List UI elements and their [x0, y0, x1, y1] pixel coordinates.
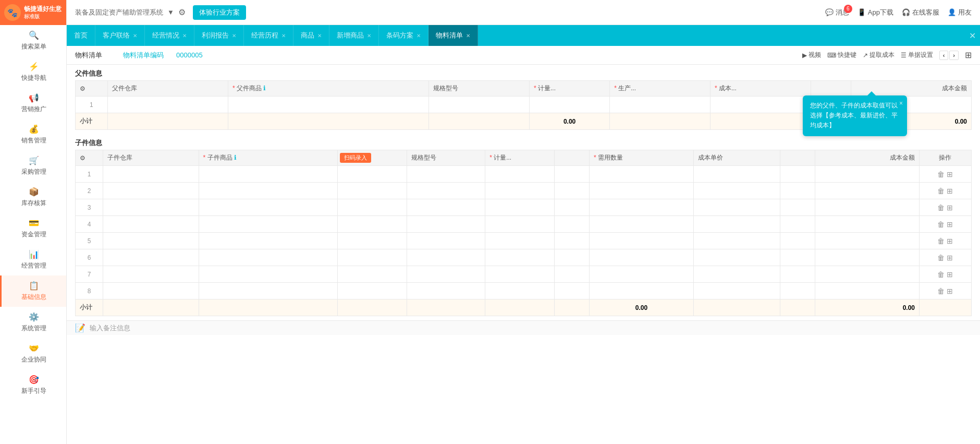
message-btn[interactable]: 💬 6 消息 [825, 8, 849, 17]
scan-input-btn[interactable]: 扫码录入 [340, 153, 371, 163]
child-goods-cell[interactable] [199, 216, 338, 233]
child-spec-cell[interactable] [407, 216, 485, 233]
child-warehouse-cell[interactable] [103, 266, 199, 283]
child-unit-price-cell[interactable] [693, 166, 780, 183]
delete-icon[interactable]: 🗑 [937, 170, 945, 178]
tab-close-icon[interactable]: ✕ [133, 33, 137, 39]
hint-text[interactable]: 输入备注信息 [90, 323, 130, 333]
child-unit-cell[interactable] [485, 249, 555, 266]
tab-history[interactable]: 经营历程 ✕ [244, 25, 293, 46]
tab-close-icon[interactable]: ✕ [416, 33, 421, 39]
child-warehouse-cell[interactable] [103, 183, 199, 199]
grid-view-icon[interactable]: ⊞ [965, 50, 972, 60]
sidebar-item-search[interactable]: 🔍 搜索菜单 [0, 25, 66, 56]
parent-cost-cell[interactable] [710, 97, 811, 113]
child-unit-price-cell[interactable] [693, 216, 780, 233]
copy-icon[interactable]: ⊞ [947, 287, 953, 295]
child-unit-price-cell[interactable] [693, 233, 780, 249]
delete-icon[interactable]: 🗑 [937, 287, 945, 295]
tab-new-goods[interactable]: 新增商品 ✕ [329, 25, 379, 46]
child-warehouse-cell[interactable] [103, 216, 199, 233]
child-unit-price-cell[interactable] [693, 249, 780, 266]
close-all-tabs-btn[interactable]: ✕ [965, 31, 980, 41]
child-goods-cell[interactable] [199, 283, 338, 299]
child-spec-cell[interactable] [407, 249, 485, 266]
child-spec-cell[interactable] [407, 266, 485, 283]
tab-close-icon[interactable]: ✕ [232, 33, 236, 39]
child-spec-cell[interactable] [407, 283, 485, 299]
child-goods-cell[interactable] [199, 233, 338, 249]
child-unit-cell[interactable] [485, 183, 555, 199]
child-goods-cell[interactable] [199, 183, 338, 199]
tab-profit[interactable]: 利润报告 ✕ [194, 25, 244, 46]
delete-icon[interactable]: 🗑 [937, 254, 945, 262]
child-spec-cell[interactable] [407, 166, 485, 183]
copy-icon[interactable]: ⊞ [947, 203, 953, 212]
tooltip-close-btn[interactable]: × [899, 99, 903, 109]
tab-customer[interactable]: 客户联络 ✕ [95, 25, 145, 46]
parent-warehouse-cell[interactable] [107, 97, 228, 113]
breadcrumb-parent[interactable]: 物料清单 [75, 51, 102, 60]
child-unit-cell[interactable] [485, 216, 555, 233]
child-qty-cell[interactable] [590, 249, 694, 266]
tab-home[interactable]: 首页 [67, 25, 95, 46]
sidebar-item-system[interactable]: ⚙️ 系统管理 [0, 307, 66, 338]
child-qty-cell[interactable] [590, 216, 694, 233]
child-warehouse-cell[interactable] [103, 166, 199, 183]
child-unit-price-cell[interactable] [693, 266, 780, 283]
child-unit-cell[interactable] [485, 199, 555, 216]
child-spec-cell[interactable] [407, 199, 485, 216]
delete-icon[interactable]: 🗑 [937, 237, 945, 245]
child-qty-cell[interactable] [590, 166, 694, 183]
sidebar-item-inventory[interactable]: 📦 库存核算 [0, 182, 66, 213]
child-warehouse-cell[interactable] [103, 283, 199, 299]
child-spec-cell[interactable] [407, 183, 485, 199]
child-qty-cell[interactable] [590, 183, 694, 199]
sidebar-item-quick-nav[interactable]: ⚡ 快捷导航 [0, 56, 66, 88]
next-arrow[interactable]: › [949, 51, 959, 60]
online-service-btn[interactable]: 🎧 在线客服 [902, 8, 939, 17]
parent-spec-cell[interactable] [429, 97, 530, 113]
child-goods-cell[interactable] [199, 266, 338, 283]
child-unit-cell[interactable] [485, 166, 555, 183]
child-unit-cell[interactable] [485, 266, 555, 283]
tab-bom[interactable]: 物料清单 ✕ [428, 25, 478, 46]
child-warehouse-cell[interactable] [103, 233, 199, 249]
child-unit-price-cell[interactable] [693, 283, 780, 299]
extract-cost-action[interactable]: ↗ 提取成本 [863, 51, 895, 59]
child-warehouse-cell[interactable] [103, 249, 199, 266]
parent-unit-cell[interactable] [530, 97, 610, 113]
copy-icon[interactable]: ⊞ [947, 220, 953, 229]
tab-close-icon[interactable]: ✕ [367, 33, 371, 39]
child-warehouse-cell[interactable] [103, 199, 199, 216]
delete-icon[interactable]: 🗑 [937, 203, 945, 212]
experience-button[interactable]: 体验行业方案 [193, 5, 246, 20]
shortcut-action[interactable]: ⌨ 快捷键 [827, 51, 856, 59]
child-qty-cell[interactable] [590, 283, 694, 299]
sidebar-item-marketing[interactable]: 📢 营销推广 [0, 88, 66, 119]
tab-goods[interactable]: 商品 ✕ [293, 25, 329, 46]
bill-settings-action[interactable]: ☰ 单据设置 [901, 51, 933, 59]
copy-icon[interactable]: ⊞ [947, 270, 953, 279]
tab-close-icon[interactable]: ✕ [317, 33, 322, 39]
sidebar-item-finance[interactable]: 💳 资金管理 [0, 213, 66, 244]
settings-icon[interactable]: ⚙ [178, 7, 189, 18]
view-action[interactable]: ▶ 视频 [802, 51, 821, 59]
sidebar-item-operations[interactable]: 📊 经营管理 [0, 244, 66, 275]
child-qty-cell[interactable] [590, 233, 694, 249]
copy-icon[interactable]: ⊞ [947, 237, 953, 245]
user-btn[interactable]: 👤 用友 [948, 8, 972, 17]
child-goods-cell[interactable] [199, 166, 338, 183]
child-unit-cell[interactable] [485, 283, 555, 299]
sidebar-item-guide[interactable]: 🎯 新手引导 [0, 369, 66, 401]
copy-icon[interactable]: ⊞ [947, 254, 953, 262]
tab-barcode[interactable]: 条码方案 ✕ [379, 25, 428, 46]
tab-close-icon[interactable]: ✕ [281, 33, 286, 39]
copy-icon[interactable]: ⊞ [947, 187, 953, 195]
child-unit-price-cell[interactable] [693, 199, 780, 216]
tab-close-icon[interactable]: ✕ [182, 33, 187, 39]
dropdown-arrow-icon[interactable]: ▼ [167, 8, 174, 16]
parent-production-cell[interactable] [610, 97, 710, 113]
child-goods-cell[interactable] [199, 249, 338, 266]
child-goods-cell[interactable] [199, 199, 338, 216]
